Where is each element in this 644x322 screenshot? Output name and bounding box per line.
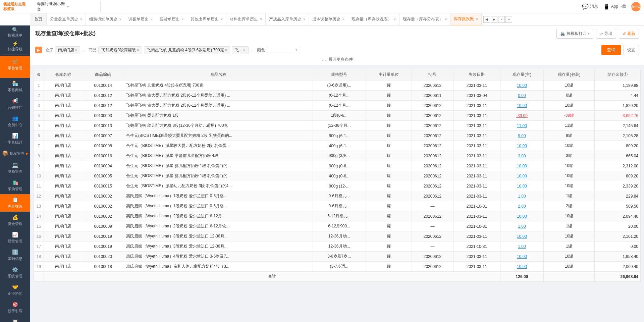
sidebar-item-system[interactable]: ⚙️ 系统管理 (0, 264, 30, 281)
row-qty-main[interactable]: 1.00 (500, 191, 543, 201)
color-dropdown[interactable]: ▾ (267, 47, 300, 53)
table-footer-row: 合计 126.00 26,968.64 (34, 272, 641, 282)
tab-9[interactable]: 现存量（库存状况表） × (348, 13, 399, 25)
tab-close-5[interactable]: × (221, 17, 223, 21)
tab-close-1[interactable]: × (80, 17, 82, 21)
table-row: 11 南岸门店 00100015 合生元（BIOSTIME）派星幼儿配方奶粉 3… (34, 181, 641, 191)
row-qty-main[interactable]: 9.00 (500, 131, 543, 141)
row-qty-main[interactable]: 10.00 (500, 231, 543, 241)
row-no: 13 (34, 201, 44, 211)
row-qty-main[interactable]: 10.00 (500, 161, 543, 171)
row-qty-main[interactable]: 10.00 (500, 181, 543, 191)
row-qty-main[interactable]: 10.00 (500, 80, 543, 91)
tab-close-8[interactable]: × (342, 17, 344, 21)
row-qty-main[interactable]: 2.00 (500, 201, 543, 211)
message-btn[interactable]: 💬 消息 (582, 3, 598, 10)
tab-2[interactable]: 组装拆卸单历史 × (86, 13, 125, 25)
tab-close-2[interactable]: × (119, 17, 121, 21)
tab-close-4[interactable]: × (182, 17, 184, 21)
tab-5[interactable]: 其他出库单历史 × (187, 13, 226, 25)
remove-product-tag-2[interactable]: × (243, 48, 245, 52)
tab-close-10[interactable]: × (445, 17, 447, 21)
row-qty-main[interactable]: 3.00 (500, 151, 543, 161)
sidebar-item-purchase[interactable]: 🛍️ 采购管理 (0, 177, 30, 194)
top-right-area: 💬 消息 📱 App下载 demo2 (582, 2, 641, 11)
print-btn[interactable]: 🖨️ 按模板打印 ▾ (556, 29, 593, 39)
tab-close-7[interactable]: × (303, 17, 305, 21)
product-tag-2[interactable]: 飞... × (232, 46, 248, 54)
remove-product-tag-1[interactable]: × (225, 48, 227, 52)
row-unit: 罐 (366, 141, 412, 151)
row-qty-main[interactable]: -39.00 (500, 111, 543, 121)
row-qty-main[interactable]: 1.00 (500, 241, 543, 252)
row-qty-main[interactable]: 10.00 (500, 252, 543, 262)
tab-menu-btn[interactable]: ▾ (505, 16, 512, 23)
row-qty-main[interactable]: 10.00 (500, 211, 543, 221)
product-tag-0[interactable]: 飞鹤奶粉3段两罐装 × (98, 46, 142, 54)
app-download-btn[interactable]: 📱 App下载 (603, 3, 626, 10)
remove-product-tag-0[interactable]: × (137, 48, 139, 52)
sidebar-item-marketing[interactable]: 📢 营销推广 (0, 95, 30, 113)
query-btn[interactable]: 查询 (601, 45, 621, 55)
tab-10[interactable]: 现存量（库存分布表） × (399, 13, 451, 25)
row-qty-pkg: -39罐 (544, 111, 595, 121)
tab-close-11[interactable]: × (476, 17, 478, 21)
row-qty-main[interactable]: 10.00 (500, 141, 543, 151)
warehouse-more[interactable]: ... (82, 48, 85, 52)
row-qty-main[interactable]: 1.00 (500, 221, 543, 231)
remove-warehouse-tag[interactable]: × (75, 48, 77, 52)
tab-1[interactable]: 分量盘点单历史 × (47, 13, 86, 25)
settings-btn[interactable]: 设置 (624, 45, 639, 55)
sidebar-item-ecommerce[interactable]: 💻 电商管理 (0, 159, 30, 177)
tab-next-btn[interactable]: ▶ (491, 16, 497, 23)
sidebar-item-basics[interactable]: ℹ️ 基础信息 (0, 247, 30, 264)
tab-prev-btn[interactable]: ◀ (483, 16, 490, 23)
tab-6[interactable]: 材料出库单历史 × (226, 13, 266, 25)
refresh-btn[interactable]: ↺ 刷新 (619, 29, 639, 39)
sidebar-item-inventory[interactable]: 📋 库存核算 (0, 194, 30, 212)
sidebar-item-retail-mall[interactable]: 🏪 零售商城 (0, 78, 30, 95)
tab-7[interactable]: 产成品入库单历史 × (266, 13, 309, 25)
sidebar-item-retail-stats[interactable]: 📊 零售统计 (0, 130, 30, 148)
row-batch: 20200612 (412, 262, 453, 272)
search-menu-item[interactable]: 🔍 搜索菜单 (0, 25, 30, 39)
row-qty-main[interactable]: 10.00 (500, 262, 543, 272)
export-btn[interactable]: ↗ 导出 (596, 29, 616, 39)
expand-more-btn[interactable]: ⌄⌄ 展开更多条件 (35, 57, 639, 62)
tab-11[interactable]: 库存批次账 × (450, 13, 482, 25)
tab-4[interactable]: 要货单历史 × (156, 13, 187, 25)
tab-close-3[interactable]: × (151, 17, 153, 21)
purchase-icon: 🛍️ (12, 179, 18, 185)
row-qty-main[interactable]: 10.00 (500, 171, 543, 181)
row-qty-main[interactable]: 0.00 (500, 91, 543, 101)
warehouse-tag-0[interactable]: 南岸门店 × (55, 46, 80, 54)
sidebar-item-guide[interactable]: 🎯 新手引导 (0, 299, 30, 316)
sidebar-item-operations[interactable]: 📈 经营管理 (0, 229, 30, 247)
product-tag-1[interactable]: 飞鹤星飞帆 儿童奶粉 4段(3-6岁适用) 700克 × (144, 46, 230, 54)
product-more[interactable]: ... (250, 48, 254, 52)
tab-3[interactable]: 调拨单历史 × (125, 13, 156, 25)
col-settings[interactable]: ⚙ (34, 69, 44, 80)
sidebar-item-app-center[interactable]: 🔲 应用中心 (0, 316, 30, 322)
row-spec: 6-12月900... (313, 221, 366, 231)
table-row: 9 南岸门店 00100004 合生元（BIOSTIME）派星 婴儿配方奶粉 1… (34, 161, 641, 171)
row-amount: 2,312.00 (595, 161, 641, 171)
company-selector[interactable]: 母婴行业演示账套 ▾ (34, 1, 101, 12)
user-avatar[interactable]: demo2 (631, 2, 641, 11)
sidebar-item-retail[interactable]: 🛒 零售管理 ▶ (0, 56, 30, 78)
expand-filter-btn[interactable]: ▶ (35, 47, 42, 53)
tab-close-6[interactable]: × (260, 17, 262, 21)
sidebar-item-finance[interactable]: 💰 资金管理 (0, 212, 30, 229)
tab-home[interactable]: 首页 (30, 13, 47, 25)
tab-8[interactable]: 成本调整单历史 × (309, 13, 348, 25)
sidebar-item-members[interactable]: 👥 会员中心 (0, 113, 30, 130)
sidebar-item-wholesale[interactable]: 📦 批发管理 ▶ (0, 148, 30, 159)
row-qty-main[interactable]: 10.00 (500, 101, 543, 111)
basics-icon: ℹ️ (12, 249, 18, 255)
sidebar-item-collab[interactable]: 🤝 企业协同 (0, 281, 30, 299)
tab-close-all-btn[interactable]: × (498, 16, 505, 23)
shortcut-nav-item[interactable]: ⚡ 快捷导航 (0, 39, 30, 53)
row-spec: 3-6岁及7岁... (313, 252, 366, 262)
row-qty-main[interactable]: 11.00 (500, 121, 543, 131)
tab-close-9[interactable]: × (394, 17, 396, 21)
